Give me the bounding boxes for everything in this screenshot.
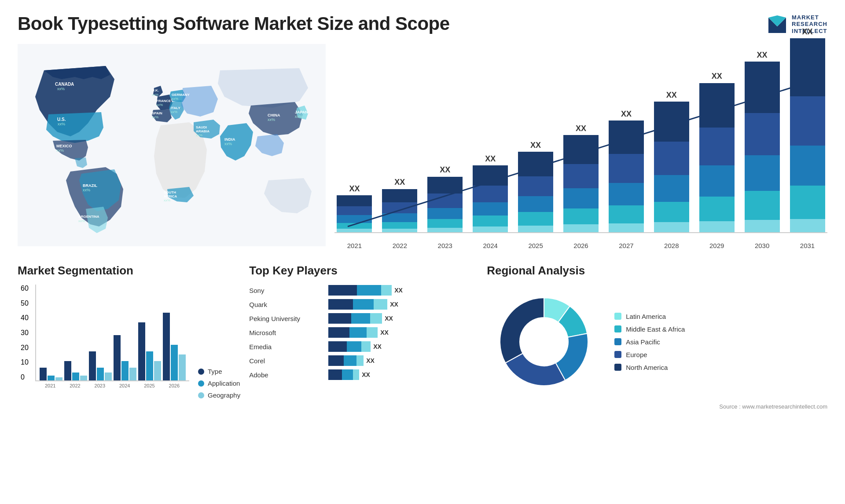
player-name: Microsoft: [249, 329, 324, 336]
seg-bar-group: [163, 313, 186, 380]
bar-segment: [609, 205, 644, 223]
player-bar-seg: [374, 299, 387, 310]
bar-segment: [427, 219, 463, 228]
player-bar-seg: [351, 313, 370, 324]
world-map: CANADA xx% U.S. xx% MEXICO xx% BRAZIL xx…: [18, 44, 326, 246]
regional-legend-dot: [614, 313, 621, 320]
regional-legend-item: Asia Pacific: [614, 338, 685, 346]
regional-legend: Latin America Middle East & Africa Asia …: [614, 313, 685, 371]
svg-text:JAPAN: JAPAN: [295, 110, 308, 114]
bar-segment: [427, 194, 463, 208]
seg-bar: [129, 368, 136, 380]
header: Book Typesetting Software Market Size an…: [18, 13, 827, 35]
player-bar-seg: [353, 369, 359, 380]
player-xx-label: XX: [390, 301, 398, 308]
bar-segment: [563, 188, 599, 208]
svg-text:U.K.: U.K.: [152, 88, 159, 92]
player-bar-seg: [328, 285, 357, 296]
bar-top-label: XX: [394, 178, 405, 187]
seg-x-label: 2026: [163, 383, 186, 388]
seg-y-labels: 60 50 40 30 20 10 0: [21, 285, 29, 381]
logo-icon: [766, 13, 788, 35]
bar-segment: [790, 219, 825, 232]
seg-x-label: 2021: [39, 383, 62, 388]
bar-segment: [473, 215, 508, 226]
bar-group: XX: [561, 124, 601, 232]
bottom-section: Market Segmentation 60 50 40 30 20 10: [18, 264, 827, 410]
player-row: CorelXX: [249, 355, 478, 366]
bar-segment: [518, 176, 553, 197]
player-xx-label: XX: [373, 343, 382, 350]
bar-group: XX: [787, 27, 827, 232]
seg-x-labels: 202120222023202420252026: [35, 383, 189, 388]
player-bar-wrap: XX: [328, 299, 478, 310]
bar-segment: [473, 226, 508, 232]
seg-bar: [40, 368, 47, 380]
player-bar-wrap: XX: [328, 341, 478, 352]
bar-segment: [790, 96, 825, 146]
regional-legend-dot: [614, 338, 621, 345]
bar-segment: [382, 229, 417, 232]
seg-bars: 60 50 40 30 20 10 0: [35, 285, 189, 381]
player-bar-wrap: XX: [328, 369, 478, 380]
player-xx-label: XX: [385, 315, 393, 322]
svg-text:AFRICA: AFRICA: [164, 194, 177, 198]
regional-legend-label: Middle East & Africa: [626, 325, 685, 333]
player-bar-seg: [353, 299, 374, 310]
bar-stack: [337, 195, 372, 232]
bar-year-label: 2029: [697, 242, 737, 249]
bar-segment: [699, 221, 735, 232]
bar-year-label: 2022: [380, 242, 420, 249]
player-bar-seg: [328, 369, 342, 380]
regional-legend-label: North America: [626, 364, 668, 371]
svg-text:ARGENTINA: ARGENTINA: [78, 215, 99, 219]
svg-text:xx%: xx%: [196, 133, 202, 137]
svg-text:MEXICO: MEXICO: [56, 144, 72, 148]
bar-top-label: XX: [530, 141, 541, 150]
seg-x-label: 2024: [113, 383, 136, 388]
seg-bar-group: [114, 335, 136, 380]
map-section: CANADA xx% U.S. xx% MEXICO xx% BRAZIL xx…: [18, 44, 326, 255]
bar-segment: [518, 152, 553, 176]
bar-segment: [745, 155, 780, 191]
bar-stack: [699, 83, 735, 232]
bar-segment: [745, 191, 780, 220]
regional-legend-dot: [614, 351, 621, 358]
player-name: Adobe: [249, 371, 324, 379]
player-bar-seg: [356, 355, 364, 366]
bar-segment: [790, 186, 825, 219]
svg-text:BRAZIL: BRAZIL: [83, 183, 97, 188]
bar-segment: [382, 189, 417, 202]
player-bar-wrap: XX: [328, 327, 478, 338]
bar-segment: [699, 165, 735, 197]
bar-segment: [563, 164, 599, 189]
bar-segment: [654, 175, 689, 202]
svg-text:ITALY: ITALY: [171, 106, 180, 110]
player-bar-seg: [347, 341, 361, 352]
bar-segment: [654, 102, 689, 142]
player-name: Corel: [249, 357, 324, 365]
player-xx-label: XX: [362, 371, 370, 378]
svg-text:GERMANY: GERMANY: [172, 93, 190, 97]
bar-top-label: XX: [349, 184, 360, 194]
bar-top-label: XX: [802, 27, 813, 37]
bar-year-label: 2021: [334, 242, 375, 249]
bar-segment: [427, 177, 463, 194]
regional-title: Regional Analysis: [487, 264, 827, 278]
bar-group: XX: [697, 72, 737, 232]
bar-top-label: XX: [666, 91, 677, 100]
svg-text:xx%: xx%: [164, 198, 170, 202]
page-title: Book Typesetting Software Market Size an…: [18, 13, 450, 34]
seg-chart: 60 50 40 30 20 10 0 20212022202320242025…: [18, 285, 189, 399]
players-section: Top Key Players SonyXXQuarkXXPeking Univ…: [249, 264, 478, 410]
svg-text:xx%: xx%: [83, 188, 90, 192]
bar-group: XX: [380, 178, 420, 232]
seg-bar: [171, 345, 178, 380]
svg-text:FRANCE: FRANCE: [156, 99, 171, 103]
player-bar-seg: [328, 299, 353, 310]
bar-top-label: XX: [485, 154, 496, 164]
players-title: Top Key Players: [249, 264, 478, 278]
bar-segment: [563, 135, 599, 164]
player-name: Quark: [249, 301, 324, 308]
player-xx-label: XX: [366, 357, 375, 364]
